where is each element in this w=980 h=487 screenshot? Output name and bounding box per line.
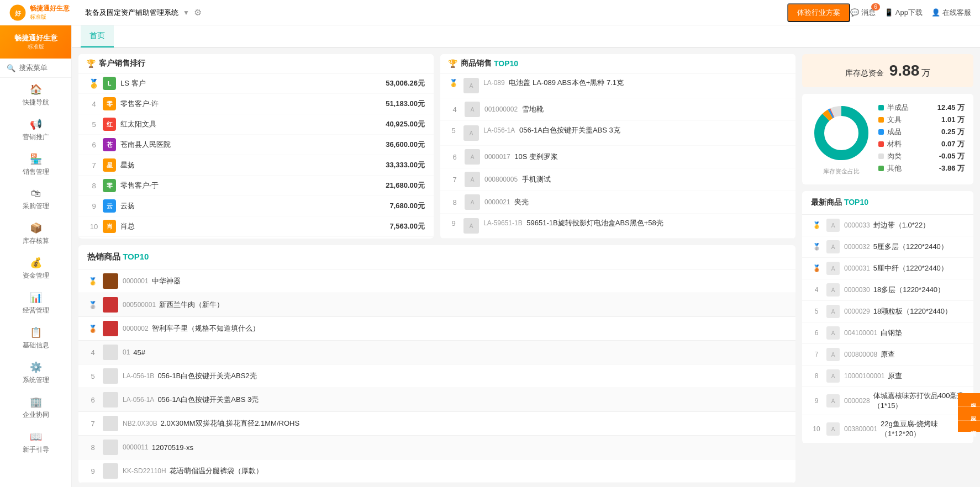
prod-info-2: 001000002 雪地靴 — [484, 104, 787, 114]
sidebar-item-purchase[interactable]: 🛍 采购管理 — [0, 182, 71, 216]
trophy-icon: 🏆 — [86, 59, 96, 68]
np-row-3: 🥉 A 0000031 5厘中纤（1220*2440） — [802, 258, 973, 279]
trial-button[interactable]: 体验行业方案 — [787, 3, 850, 22]
np-name-3: 5厘中纤（1220*2440） — [873, 263, 965, 273]
search-menu[interactable]: 🔍 搜索菜单 — [0, 59, 71, 78]
np-img-2: A — [826, 240, 840, 253]
np-img-8: A — [826, 369, 840, 383]
np-name-8: 原查 — [888, 371, 965, 381]
sidebar-item-inventory[interactable]: 📦 库存核算 — [0, 216, 71, 251]
hot-img-3 — [103, 321, 118, 336]
sidebar-logo: 畅捷通好生意 标准版 — [0, 25, 71, 59]
sidebar-item-enterprise[interactable]: 🏢 企业协同 — [0, 390, 71, 425]
np-row-1: 🥇 A 0000033 封边带（1.0*22） — [802, 215, 973, 236]
legend-name-5: 肉类 — [887, 151, 936, 161]
float-btn-direct[interactable]: 直播 — [958, 421, 980, 432]
message-button[interactable]: 💬 消息 6 — [850, 8, 876, 18]
hot-code-9: KK-SD22110H — [123, 467, 166, 475]
np-rank-1: 🥇 — [811, 221, 822, 229]
hot-rank-8: 8 — [87, 443, 98, 452]
product-ranking-panel: 🏆 商品销售 TOP10 🥇 A LA-089 电池盖 LA-089 ABS本色… — [440, 54, 795, 239]
prod-code-4: 0000017 — [484, 153, 510, 161]
sidebar-label-basic: 基础信息 — [23, 341, 49, 350]
rank-amount-8: 7,563.00元 — [389, 221, 425, 231]
rank-badge-7: 云 — [103, 199, 116, 213]
sidebar-label-system: 系统管理 — [23, 375, 49, 385]
prod-info-1: LA-089 电池盖 LA-089 ABS本色+黑种 7.1克 — [483, 78, 788, 88]
sidebar-item-guide[interactable]: 📖 新手引导 — [0, 425, 71, 460]
rank-name-8: 肖总 — [120, 221, 389, 231]
hot-img-1 — [103, 273, 118, 289]
topbar: 好 畅捷通好生意 标准版 装备及固定资产辅助管理系统 ▼ ⚙ 体验行业方案 💬 … — [0, 0, 980, 25]
sales-icon: 🏪 — [30, 153, 42, 165]
product-ranking-list: 🥇 A LA-089 电池盖 LA-089 ABS本色+黑种 7.1克 4 A — [440, 73, 795, 239]
float-btn-hotline[interactable]: 客服热线 — [958, 393, 980, 407]
sidebar-label-quick-nav: 快捷导航 — [23, 98, 49, 107]
hot-rank-2: 🥈 — [87, 301, 98, 309]
prod-rank-num-6: 8 — [449, 198, 460, 207]
operation-icon: 📊 — [30, 292, 42, 304]
new-products-header: 最新商品 TOP10 — [802, 191, 973, 215]
product-rank-row-6: 8 A 0000021 夹壳 — [440, 191, 795, 214]
rank-num-7: 9 — [87, 202, 101, 210]
sidebar-item-finance[interactable]: 💰 资金管理 — [0, 251, 71, 286]
legend-val-5: -0.05 万 — [939, 151, 965, 161]
sidebar-item-basic[interactable]: 📋 基础信息 — [0, 321, 71, 356]
hot-row-6: 6 LA-056-1A 056-1A白色按键开关盖ABS 3壳 — [78, 388, 795, 412]
legend-name-1: 半成品 — [887, 103, 934, 113]
product-ranking-header: 🏆 商品销售 TOP10 — [440, 54, 795, 73]
np-code-5: 0000029 — [844, 308, 870, 315]
app-download-label: App下载 — [895, 8, 923, 18]
service-icon: 👤 — [931, 8, 940, 17]
donut-chart: 库存资金占比 — [811, 103, 872, 176]
gear-icon[interactable]: ⚙ — [194, 7, 202, 18]
rank-amount-3: 40,925.00元 — [386, 119, 425, 129]
legend-val-2: 1.01 万 — [941, 115, 965, 125]
sidebar-item-system[interactable]: ⚙️ 系统管理 — [0, 356, 71, 390]
inventory-chart-panel: 库存资金占比 半成品 12.45 万 文具 1.01 万 — [802, 94, 973, 184]
hot-rank-7: 7 — [87, 420, 98, 428]
inventory-legend: 半成品 12.45 万 文具 1.01 万 成品 0.25 万 — [878, 103, 965, 176]
hot-code-8: 0000011 — [123, 443, 149, 451]
app-download-button[interactable]: 📱 App下载 — [884, 8, 923, 18]
legend-val-1: 12.45 万 — [937, 103, 965, 113]
prod-rank-num-5: 7 — [449, 176, 460, 184]
sidebar-item-operation[interactable]: 📊 经营管理 — [0, 286, 71, 321]
system-selector[interactable]: 装备及固定资产辅助管理系统 ▼ ⚙ — [85, 7, 787, 18]
rank-amount-5: 33,333.00元 — [386, 160, 425, 170]
hot-img-2 — [103, 297, 118, 313]
hot-name-6: 056-1A白色按键开关盖ABS 3壳 — [157, 395, 259, 405]
rank-name-7: 云扬 — [120, 201, 389, 211]
sidebar-label-inventory: 库存核算 — [23, 236, 49, 246]
chart-label: 库存资金占比 — [811, 167, 872, 176]
hot-products-title: 热销商品 — [87, 252, 123, 261]
prod-code-5: 000800005 — [484, 176, 518, 183]
tab-home[interactable]: 首页 — [81, 25, 114, 47]
marketing-icon: 📢 — [30, 118, 42, 130]
sidebar-item-sales[interactable]: 🏪 销售管理 — [0, 147, 71, 182]
legend-color-3 — [878, 129, 884, 135]
hot-img-4 — [103, 345, 118, 360]
np-rank-7: 7 — [811, 351, 822, 358]
sidebar-label-enterprise: 企业协同 — [23, 410, 49, 420]
hot-row-9: 9 KK-SD22110H 花语萌倡温分腿裤袋（厚款） — [78, 459, 795, 483]
customer-ranking-list: 🥇 L LS 客户 53,006.26元 4 零 零售客户-许 51,183.0… — [78, 73, 434, 237]
rank-amount-2: 51,183.00元 — [386, 99, 425, 109]
prod-rank-num-4: 6 — [449, 153, 460, 161]
prod-img-2: A — [465, 102, 480, 117]
logo-icon: 好 — [9, 4, 27, 22]
legend-name-6: 其他 — [887, 163, 936, 173]
search-icon: 🔍 — [7, 64, 15, 72]
float-btn-service[interactable]: 服务社区 — [958, 407, 980, 421]
prod-rank-num-3: 5 — [448, 125, 459, 135]
sidebar-item-marketing[interactable]: 📢 营销推广 — [0, 113, 71, 147]
message-badge: 6 — [871, 3, 880, 10]
prod-info-6: 0000021 夹壳 — [484, 197, 787, 207]
tab-bar: 首页 — [72, 25, 980, 47]
np-img-1: A — [826, 219, 840, 232]
sidebar-label-marketing: 营销推广 — [23, 133, 49, 142]
rank-name-5: 星扬 — [120, 160, 386, 170]
np-rank-4: 4 — [811, 286, 822, 294]
sidebar-item-quick-nav[interactable]: 🏠 快捷导航 — [0, 78, 71, 113]
online-service-button[interactable]: 👤 在线客服 — [931, 8, 971, 18]
